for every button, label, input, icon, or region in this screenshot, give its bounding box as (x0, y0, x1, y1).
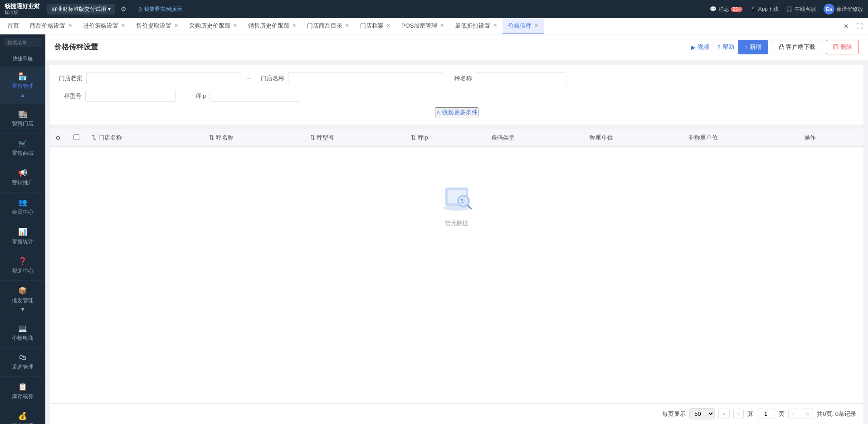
tab-purchase-history[interactable]: 采购历史价跟踪 ✕ (184, 18, 243, 34)
tab-sales-history[interactable]: 销售历史价跟踪 ✕ (243, 18, 302, 34)
collapse-filter-button[interactable]: ∧ 收起更多条件 (435, 107, 479, 117)
scale-model-input[interactable] (85, 90, 176, 102)
tab-fullscreen-button[interactable]: ⛶ (853, 21, 866, 32)
demo-link[interactable]: ◎ 我要看实例演示 (137, 5, 182, 13)
sidebar-item-inventory[interactable]: 📋 库存核算 (0, 377, 45, 406)
sidebar-search-input[interactable] (4, 38, 42, 47)
scale-name-field: 秤名称 (449, 72, 566, 84)
sort-store-name-icon[interactable]: ⇅ (92, 134, 97, 141)
next-page-button[interactable]: › (788, 409, 798, 419)
store-name-label: 门店名称 (261, 74, 284, 82)
gear-icon: ⚙ (55, 135, 61, 141)
sidebar-item-purchase[interactable]: 🛍 采购管理 (0, 348, 45, 377)
tab-close-sales-history[interactable]: ✕ (292, 23, 296, 29)
tab-purchase-strategy[interactable]: 进价策略设置 ✕ (78, 18, 131, 34)
tab-close-all-button[interactable]: ✕ (840, 21, 853, 32)
page-title: 价格传秤设置 (54, 43, 98, 52)
sort-scale-ip-icon[interactable]: ⇅ (411, 134, 416, 141)
page-header: 价格传秤设置 ▶ 视频 ? 帮助 + 新增 凸 客户端下载 (45, 34, 868, 60)
th-operation: 操作 (799, 129, 863, 147)
top-bar-left: 畅捷通好业财 标准版 好业财标准版交付试用 ▾ ⚙ ◎ 我要看实例演示 (5, 3, 182, 15)
sidebar-item-retail-mall[interactable]: 🛒 零售商城 (0, 134, 45, 163)
help-link[interactable]: ? 帮助 (717, 43, 734, 51)
th-scale-model: ⇅ 秤型号 (305, 129, 405, 147)
retail-expand-icon: ▲ (20, 92, 25, 98)
tab-close-pos-manage[interactable]: ✕ (440, 23, 444, 29)
scale-ip-input[interactable] (210, 90, 300, 102)
page-size-select[interactable]: 50 10 20 100 (689, 408, 715, 419)
sidebar-item-retail-stats[interactable]: 📊 零售统计 (0, 222, 45, 251)
tab-close-purchase-strategy[interactable]: ✕ (121, 23, 125, 29)
tab-close-price-scale[interactable]: ✕ (534, 23, 538, 29)
select-all-checkbox[interactable] (73, 134, 79, 140)
sidebar-item-wisdom-store[interactable]: 🏬 智慧门店 (0, 104, 45, 134)
th-gear[interactable]: ⚙ (50, 129, 68, 147)
add-button[interactable]: + 新增 (738, 40, 768, 54)
video-link[interactable]: ▶ 视频 (691, 43, 709, 51)
tab-close-purchase-history[interactable]: ✕ (233, 23, 237, 29)
tab-store-catalog[interactable]: 门店商品目录 ✕ (302, 18, 355, 34)
last-page-button[interactable]: » (802, 409, 813, 419)
store-name-input[interactable] (288, 72, 442, 84)
sidebar-item-finance[interactable]: 💰 资金管理 (0, 406, 45, 424)
content-area: 价格传秤设置 ▶ 视频 ? 帮助 + 新增 凸 客户端下载 (45, 34, 868, 424)
pagination-bar: 每页显示 50 10 20 100 « ‹ 算 页 › » 共0页, 0条记录 (50, 403, 863, 424)
main-layout: 快捷导航 🏪 零售管理 ▲ 🏬 智慧门店 🛒 零售商城 📢 营销推广 👥 (0, 34, 868, 424)
sort-scale-model-icon[interactable]: ⇅ (310, 134, 315, 141)
version-selector[interactable]: 好业财标准版交付试用 ▾ (47, 4, 115, 14)
download-button[interactable]: 凸 客户端下载 (772, 40, 823, 54)
table-area: ⚙ ⇅ 门店名称 ⇅ (50, 129, 863, 424)
tab-close-store-files[interactable]: ✕ (386, 23, 390, 29)
marketing-icon: 📢 (18, 169, 27, 177)
sidebar: 快捷导航 🏪 零售管理 ▲ 🏬 智慧门店 🛒 零售商城 📢 营销推广 👥 (0, 34, 45, 424)
tab-bar-actions: ✕ ⛶ (840, 21, 866, 32)
th-checkbox[interactable] (68, 129, 86, 147)
version-dropdown-icon: ▾ (108, 6, 111, 12)
user-avatar-area[interactable]: Ea 徐泽华修改 (824, 4, 863, 14)
delete-button[interactable]: 而 删除 (826, 40, 859, 54)
empty-state: 暂无数据 (50, 147, 863, 255)
data-table: ⚙ ⇅ 门店名称 ⇅ (50, 129, 863, 147)
tab-close-sale-price[interactable]: ✕ (174, 23, 178, 29)
tab-pos-manage[interactable]: POS加密管理 ✕ (396, 18, 449, 34)
sidebar-item-marketing[interactable]: 📢 营销推广 (0, 163, 45, 193)
scale-ip-field: 秤ip (183, 90, 300, 102)
tab-product-pricing[interactable]: 商品价格设置 ✕ (24, 18, 78, 34)
sidebar-item-help[interactable]: ❓ 帮助中心 (0, 251, 45, 281)
scale-name-input[interactable] (476, 72, 566, 84)
sidebar-item-retail[interactable]: 🏪 零售管理 ▲ (0, 67, 45, 104)
th-store-name: ⇅ 门店名称 (86, 129, 204, 147)
th-scale-ip: ⇅ 秤ip (405, 129, 486, 147)
tab-store-files[interactable]: 门店档案 ✕ (355, 18, 396, 34)
version-settings-button[interactable]: ⚙ (119, 4, 128, 14)
current-page-input[interactable] (757, 409, 775, 419)
store-name-field: 门店名称 (261, 72, 442, 84)
tab-close-store-catalog[interactable]: ✕ (345, 23, 349, 29)
tab-sale-price[interactable]: 售价提取设置 ✕ (131, 18, 184, 34)
tab-home[interactable]: 首页 (2, 18, 24, 34)
store-file-ellipsis-button[interactable]: ··· (244, 74, 254, 82)
app-download-button[interactable]: 📱 App下载 (750, 5, 779, 13)
tab-price-scale[interactable]: 价格传秤 ✕ (502, 18, 544, 34)
sidebar-quick-nav[interactable]: 快捷导航 (0, 51, 45, 67)
tab-min-discount[interactable]: 最低折扣设置 ✕ (449, 18, 502, 34)
prev-page-button[interactable]: ‹ (733, 409, 743, 419)
retail-mall-icon: 🛒 (18, 139, 27, 148)
svg-point-6 (461, 199, 463, 201)
scale-ip-label: 秤ip (183, 92, 206, 100)
sort-scale-name-icon[interactable]: ⇅ (209, 134, 214, 141)
tab-close-min-discount[interactable]: ✕ (493, 23, 497, 29)
message-button[interactable]: 💬 消息 99+ (710, 5, 742, 13)
finance-icon: 💰 (18, 412, 27, 420)
sidebar-item-wholesale[interactable]: 📦 批发管理 ▼ (0, 281, 45, 318)
th-non-weight-unit: 非称重单位 (683, 129, 799, 147)
online-service-button[interactable]: 🎧 在线客服 (786, 5, 816, 13)
filter-row-1: 门店档案 ··· 门店名称 秤名称 (59, 72, 854, 84)
sidebar-item-member[interactable]: 👥 会员中心 (0, 193, 45, 222)
sidebar-item-ecommerce[interactable]: 💻 小畅电商 (0, 318, 45, 348)
top-bar-right: 💬 消息 99+ 📱 App下载 🎧 在线客服 Ea 徐泽华修改 (710, 4, 863, 14)
store-file-input[interactable] (86, 72, 240, 84)
first-page-button[interactable]: « (718, 409, 730, 419)
demo-circle-icon: ◎ (137, 6, 142, 12)
tab-close-product-pricing[interactable]: ✕ (68, 23, 72, 29)
